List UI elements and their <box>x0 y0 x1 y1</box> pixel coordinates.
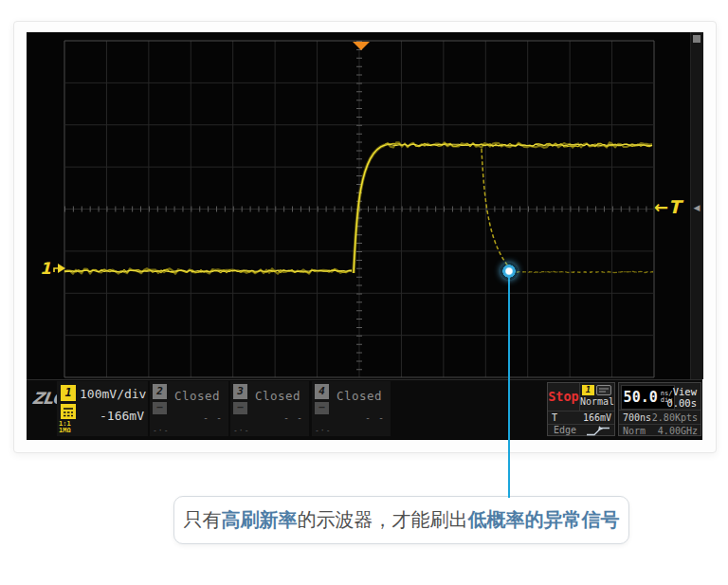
channel4-dashes: - - <box>365 412 385 423</box>
channel2-minus: – <box>153 402 167 414</box>
trigger-level-marker[interactable]: ←T <box>654 196 681 217</box>
trigger-level-value: 166mV <box>583 411 611 424</box>
callout-connector-line <box>508 277 510 498</box>
timebase-panel[interactable]: 50.0 ns/ div View 0.00s 700ns 2.80Kpts N… <box>618 382 701 436</box>
caption-text: 只有高刷新率的示波器，才能刷出低概率的异常信号 <box>184 507 620 533</box>
trigger-level-bezel-icon[interactable]: ◀ <box>691 202 702 213</box>
acquisition-mode: Norm <box>623 425 646 437</box>
channel4-block[interactable]: 4 – Closed - - -·- <box>312 381 391 436</box>
channel2-status: Closed <box>169 389 226 403</box>
sample-rate: 4.00GHz <box>658 425 698 437</box>
rising-edge-icon <box>586 426 610 436</box>
run-state[interactable]: Stop <box>548 383 580 411</box>
trigger-t-label: T <box>552 411 557 424</box>
channel1-block[interactable]: 1 1:1 1MΩ 100mV/div -166mV <box>57 381 148 436</box>
channel3-minus: – <box>233 402 247 414</box>
channel3-block[interactable]: 3 – Closed - - -·- <box>230 381 309 436</box>
channel4-minus: – <box>315 402 329 414</box>
trigger-arrow-icon: ← <box>654 197 668 217</box>
channel3-dashes: - - <box>283 412 303 423</box>
bezel-notch <box>693 35 701 43</box>
channel1-coupling-icon <box>61 404 76 419</box>
caption-box: 只有高刷新率的示波器，才能刷出低概率的异常信号 <box>173 496 629 544</box>
trigger-delay: 700ns <box>623 411 651 425</box>
view-value: 0.00s <box>666 397 697 409</box>
channel3-badge: 3 <box>233 384 247 399</box>
channel1-ground-marker[interactable]: 1 <box>40 259 66 278</box>
view-label: View <box>673 386 697 397</box>
channel2-block[interactable]: 2 – Closed - - -·- <box>150 381 228 436</box>
trigger-mode: Normal <box>580 396 614 407</box>
channel1-marker-arrow-icon <box>52 262 66 275</box>
channel2-dashes: - - <box>203 412 223 423</box>
channel4-status: Closed <box>331 389 388 403</box>
channel4-badge: 4 <box>315 384 329 399</box>
page: ◀ 1 ←T ZLG® 1 1:1 1MΩ 100mV/div -166mV <box>0 0 728 585</box>
channel1-probe-info: 1:1 1MΩ <box>59 421 71 434</box>
channel2-badge: 2 <box>153 384 167 399</box>
channel1-offset: -166mV <box>80 409 144 423</box>
trigger-source-icon <box>596 385 611 395</box>
channel4-submark: -·- <box>315 427 331 435</box>
channel2-submark: -·- <box>153 427 169 435</box>
trigger-type: Edge <box>554 425 576 436</box>
timebase-scale: 50.0 <box>624 389 658 406</box>
memory-depth: 2.80Kpts <box>652 411 698 425</box>
glitch-highlight-dot <box>500 263 518 280</box>
channel1-badge: 1 <box>61 385 76 401</box>
channel3-submark: -·- <box>233 427 249 435</box>
trigger-source-badge: 1 <box>582 385 594 395</box>
trigger-panel[interactable]: Stop 1 Normal T 166mV Edge <box>547 382 615 436</box>
channel3-status: Closed <box>249 389 306 403</box>
channel1-scale: 100mV/div <box>80 387 144 401</box>
